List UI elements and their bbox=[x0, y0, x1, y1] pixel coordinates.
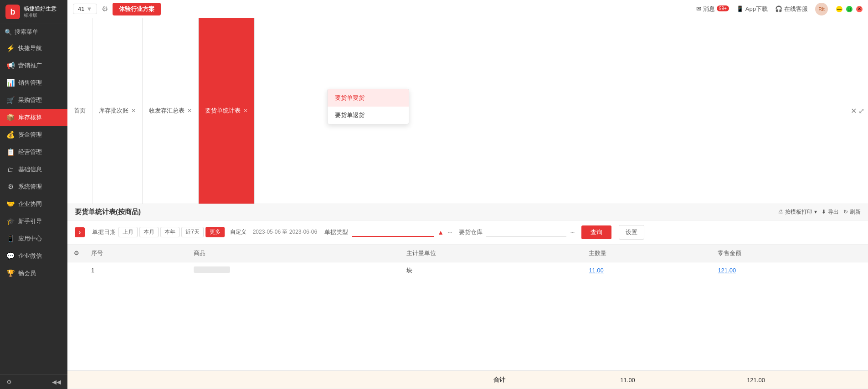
sidebar-collapse-btn[interactable]: ◀◀ bbox=[52, 379, 61, 385]
type-dropdown-arrow[interactable]: ▲ bbox=[437, 229, 444, 236]
sidebar-item-system[interactable]: ⚙ 系统管理 bbox=[0, 178, 67, 195]
th-qty: 主数量 bbox=[583, 245, 712, 262]
sidebar-item-sales[interactable]: 📊 销售管理 bbox=[0, 74, 67, 92]
summary-amount: 121.00 bbox=[741, 371, 868, 389]
tab-order-stat[interactable]: 要货单统计表 ✕ bbox=[199, 18, 255, 204]
app-name: 畅捷通好生意 bbox=[24, 5, 56, 13]
warehouse-filter-group: 要货仓库 ··· bbox=[459, 227, 574, 237]
sidebar: b 畅捷通好生意 标准版 🔍 搜索菜单 ⚡ 快捷导航 📢 营销推广 📊 销售管理… bbox=[0, 0, 67, 389]
date-range: 2023-05-06 至 2023-06-06 bbox=[253, 228, 317, 236]
summary-table: 合计 11.00 121.00 bbox=[67, 371, 868, 389]
store-dropdown-icon: ▼ bbox=[86, 5, 92, 12]
settings-gear-icon[interactable]: ⚙ bbox=[102, 5, 108, 13]
type-select-input[interactable] bbox=[352, 227, 434, 237]
sidebar-item-member[interactable]: 🏆 畅会员 bbox=[0, 265, 67, 282]
th-amount: 零售金额 bbox=[712, 245, 868, 262]
headset-icon: 🎧 bbox=[775, 5, 782, 12]
warehouse-input[interactable] bbox=[486, 228, 566, 237]
close-btn[interactable]: ✕ bbox=[856, 6, 863, 12]
tab-receipt-close[interactable]: ✕ bbox=[187, 107, 192, 114]
td-amount: 121.00 bbox=[712, 262, 868, 279]
user-avatar[interactable]: Rit bbox=[815, 3, 828, 15]
td-amount-link[interactable]: 121.00 bbox=[718, 267, 736, 274]
tab-receipt[interactable]: 收发存汇总表 ✕ bbox=[143, 18, 199, 204]
type-filter-group: 单据类型 ▲ ··· bbox=[324, 227, 452, 237]
sidebar-search[interactable]: 🔍 搜索菜单 bbox=[0, 24, 67, 40]
export-btn[interactable]: ⬇ 导出 bbox=[822, 208, 839, 216]
th-settings[interactable]: ⚙ bbox=[67, 245, 86, 262]
sidebar-item-basic[interactable]: 🗂 基础信息 bbox=[0, 161, 67, 178]
window-controls: — □ ✕ bbox=[836, 6, 863, 12]
sidebar-item-finance[interactable]: 💰 资金管理 bbox=[0, 126, 67, 143]
messages-btn[interactable]: ✉ 消息 99+ bbox=[696, 5, 729, 13]
date-7days[interactable]: 近7天 bbox=[181, 227, 204, 237]
filter-row: › 单据日期 上月 本月 本年 近7天 更多 自定义 2023-05-06 至 … bbox=[67, 220, 868, 245]
tab-batch[interactable]: 库存批次账 ✕ bbox=[92, 18, 143, 204]
table-container[interactable]: ⚙ 序号 商品 主计量单位 主数量 零售金额 1 bbox=[67, 245, 868, 371]
tab-home[interactable]: 首页 bbox=[67, 18, 92, 204]
sidebar-item-collab[interactable]: 🤝 企业协同 bbox=[0, 195, 67, 213]
date-btns: 上月 本月 本年 近7天 更多 自定义 bbox=[118, 227, 250, 237]
query-button[interactable]: 查询 bbox=[581, 225, 611, 239]
operations-icon: 📋 bbox=[6, 148, 15, 156]
td-qty: 11.00 bbox=[583, 262, 712, 279]
date-label: 单据日期 bbox=[92, 228, 116, 236]
td-qty-link[interactable]: 11.00 bbox=[589, 267, 604, 274]
top-header-bar: 41 ▼ ⚙ 体验行业方案 ✉ 消息 99+ 📱 App下载 🎧 在线客服 Ri… bbox=[67, 0, 868, 18]
phone-icon: 📱 bbox=[736, 5, 744, 12]
table-header-row: ⚙ 序号 商品 主计量单位 主数量 零售金额 bbox=[67, 245, 868, 262]
content-area: 要货单统计表(按商品) 🖨 按模板打印 ▾ ⬇ 导出 ↻ 刷新 › bbox=[67, 204, 868, 389]
type-dots[interactable]: ··· bbox=[447, 227, 452, 237]
table-row: 1 块 11.00 121.00 bbox=[67, 262, 868, 279]
tab-close-all-icon[interactable]: ✕ bbox=[851, 107, 857, 115]
sidebar-item-purchase[interactable]: 🛒 采购管理 bbox=[0, 92, 67, 109]
sidebar-item-wechat[interactable]: 💬 企业微信 bbox=[0, 247, 67, 265]
sidebar-item-guide[interactable]: 🎓 新手引导 bbox=[0, 213, 67, 230]
sidebar-logo: b 畅捷通好生意 标准版 bbox=[0, 0, 67, 24]
tab-expand-icon[interactable]: ⤢ bbox=[858, 107, 864, 115]
member-icon: 🏆 bbox=[6, 269, 15, 277]
sidebar-item-marketing[interactable]: 📢 营销推广 bbox=[0, 57, 67, 74]
page-actions: 🖨 按模板打印 ▾ ⬇ 导出 ↻ 刷新 bbox=[778, 208, 861, 216]
main-content: 41 ▼ ⚙ 体验行业方案 ✉ 消息 99+ 📱 App下载 🎧 在线客服 Ri… bbox=[67, 0, 868, 389]
app-sub: 标准版 bbox=[24, 12, 56, 19]
expand-btn[interactable]: › bbox=[75, 227, 85, 237]
td-seq: 1 bbox=[86, 262, 188, 279]
th-product: 商品 bbox=[188, 245, 401, 262]
date-more[interactable]: 更多 bbox=[205, 227, 225, 237]
page-header: 要货单统计表(按商品) 🖨 按模板打印 ▾ ⬇ 导出 ↻ 刷新 bbox=[67, 204, 868, 220]
sidebar-item-inventory[interactable]: 📦 库存核算 bbox=[0, 109, 67, 126]
refresh-icon: ↻ bbox=[843, 209, 848, 215]
online-service-btn[interactable]: 🎧 在线客服 bbox=[775, 5, 808, 13]
td-product bbox=[188, 262, 401, 279]
app-download-btn[interactable]: 📱 App下载 bbox=[736, 5, 768, 13]
summary-row: 合计 11.00 121.00 bbox=[67, 370, 868, 389]
sidebar-item-operations[interactable]: 📋 经营管理 bbox=[0, 143, 67, 161]
sidebar-item-apps[interactable]: 📱 应用中心 bbox=[0, 230, 67, 247]
inventory-icon: 📦 bbox=[6, 113, 15, 122]
guide-icon: 🎓 bbox=[6, 217, 15, 225]
date-this-month[interactable]: 本月 bbox=[139, 227, 159, 237]
search-icon: 🔍 bbox=[5, 29, 12, 36]
warehouse-dots[interactable]: ··· bbox=[570, 227, 574, 237]
sidebar-item-quicknav[interactable]: ⚡ 快捷导航 bbox=[0, 40, 67, 57]
date-filter-group: 单据日期 上月 本月 本年 近7天 更多 自定义 2023-05-06 至 20… bbox=[92, 227, 317, 237]
settings-button[interactable]: 设置 bbox=[619, 225, 644, 240]
marketing-icon: 📢 bbox=[6, 61, 15, 70]
store-selector[interactable]: 41 ▼ bbox=[73, 4, 97, 14]
sidebar-bottom: ⚙ ◀◀ bbox=[0, 374, 67, 389]
print-btn[interactable]: 🖨 按模板打印 ▾ bbox=[778, 208, 817, 216]
tab-order-stat-close[interactable]: ✕ bbox=[243, 107, 248, 114]
tab-batch-close[interactable]: ✕ bbox=[131, 107, 136, 114]
date-prev-month[interactable]: 上月 bbox=[118, 227, 138, 237]
date-custom[interactable]: 自定义 bbox=[226, 227, 250, 237]
sidebar-settings-icon[interactable]: ⚙ bbox=[6, 379, 12, 385]
date-this-year[interactable]: 本年 bbox=[160, 227, 180, 237]
summary-qty: 11.00 bbox=[615, 371, 741, 389]
minimize-btn[interactable]: — bbox=[836, 6, 842, 12]
header-right: ✉ 消息 99+ 📱 App下载 🎧 在线客服 Rit bbox=[696, 3, 828, 15]
trial-button[interactable]: 体验行业方案 bbox=[113, 3, 161, 15]
page-title: 要货单统计表(按商品) bbox=[75, 208, 141, 216]
refresh-btn[interactable]: ↻ 刷新 bbox=[843, 208, 861, 216]
maximize-btn[interactable]: □ bbox=[846, 6, 853, 12]
